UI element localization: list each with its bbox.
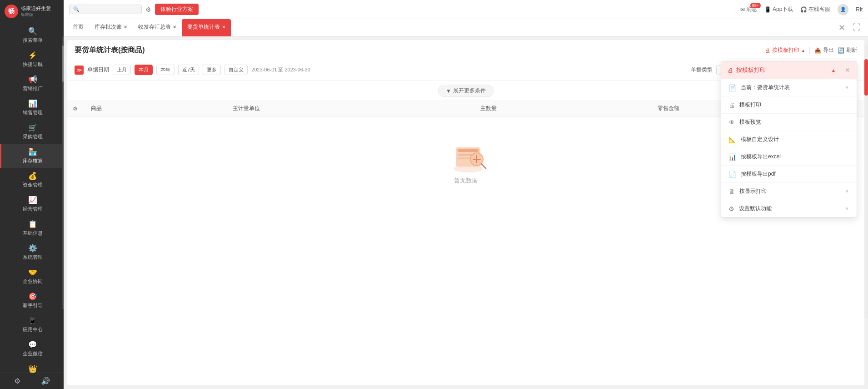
sound-icon[interactable]: 🔊 xyxy=(41,377,50,385)
sidebar-item-finance[interactable]: 💰 资金管理 xyxy=(0,168,64,192)
export-button[interactable]: 📤 导出 xyxy=(814,46,834,54)
sidebar-item-operations[interactable]: 📈 经营管理 xyxy=(0,192,64,216)
empty-text: 暂无数据 xyxy=(454,177,478,185)
tab-order-stats-label: 要货单统计表 xyxy=(187,23,220,31)
message-icon: ✉ xyxy=(740,6,745,13)
dropdown-header-right: ▲ ✕ xyxy=(831,66,850,74)
sidebar-item-label: 库存核算 xyxy=(23,157,43,164)
dropdown-default-func[interactable]: ⚙ 设置默认功能 ▼ xyxy=(721,200,857,217)
print-button[interactable]: 🖨 按模板打印 ▲ xyxy=(765,46,805,54)
tab-order-stats-close[interactable]: ✕ xyxy=(222,25,225,30)
sidebar-item-purchase[interactable]: 🛒 采购管理 xyxy=(0,120,64,144)
display-print-label: 按显示打印 xyxy=(739,187,840,195)
sidebar-item-label: 营销推广 xyxy=(23,85,43,92)
dropdown-close-button[interactable]: ✕ xyxy=(845,66,850,74)
dropdown-current-template[interactable]: 📄 当前：要货单统计表 ▼ xyxy=(721,79,857,96)
date-filter-label: 单据日期 xyxy=(87,66,109,74)
tab-receipt-summary-label: 收发存汇总表 xyxy=(138,23,171,31)
dropdown-template-preview[interactable]: 👁 模板预览 xyxy=(721,114,857,131)
print-label: 按模板打印 xyxy=(772,46,799,54)
current-template-icon: 📄 xyxy=(728,84,736,91)
sidebar-item-collab[interactable]: 🤝 企业协同 xyxy=(0,264,64,288)
topbar-search[interactable]: 🔍 xyxy=(69,5,142,14)
sidebar-item-member[interactable]: 👑 畅会员 xyxy=(0,361,64,373)
close-all-button[interactable]: ✕ xyxy=(835,23,849,33)
tab-receipt-summary-close[interactable]: ✕ xyxy=(173,25,176,30)
current-template-label: 当前：要货单统计表 xyxy=(741,84,840,91)
dropdown-collapse-arrow[interactable]: ▲ xyxy=(831,68,836,73)
sidebar-item-quick-nav[interactable]: ⚡ 快捷导航 xyxy=(0,47,64,71)
sidebar-item-marketing[interactable]: 📢 营销推广 xyxy=(0,71,64,96)
right-scrollbar[interactable] xyxy=(864,45,868,318)
page-header: 要货单统计表(按商品) 🖨 按模板打印 ▲ | 📤 导出 🔄 刷新 xyxy=(67,40,864,59)
sidebar-item-basic[interactable]: 📋 基础信息 xyxy=(0,216,64,240)
expand-more-button[interactable]: ▼ 展开更多条件 xyxy=(438,85,494,97)
tab-receipt-summary[interactable]: 收发存汇总表 ✕ xyxy=(133,19,182,36)
filter-expand-button[interactable]: ≫ xyxy=(75,66,84,75)
date-btn-custom[interactable]: 自定义 xyxy=(224,65,248,75)
dropdown-template-pdf[interactable]: 📄 按模板导出pdf xyxy=(721,166,857,183)
online-service-action[interactable]: 🎧 在线客服 xyxy=(800,5,830,13)
tab-inventory-batch-label: 库存批次账 xyxy=(95,23,122,31)
dropdown-display-print[interactable]: 🖥 按显示打印 ▼ xyxy=(721,183,857,200)
print-arrow-icon: ▲ xyxy=(801,48,805,53)
tab-order-stats[interactable]: 要货单统计表 ✕ xyxy=(182,19,231,36)
search-icon: 🔍 xyxy=(28,27,37,35)
type-filter-label: 单据类型 xyxy=(691,66,713,74)
megaphone-icon: 📢 xyxy=(28,75,37,84)
template-print-label: 模板打印 xyxy=(739,101,849,109)
date-btn-last-month[interactable]: 上月 xyxy=(113,65,131,75)
date-btn-more[interactable]: 更多 xyxy=(203,65,221,75)
online-service-label: 在线客服 xyxy=(808,5,830,13)
username[interactable]: Rit xyxy=(856,6,863,13)
message-action[interactable]: ✉ 消息 99+ xyxy=(740,5,757,13)
sidebar-item-appstore[interactable]: 📱 应用中心 xyxy=(0,313,64,337)
template-preview-icon: 👁 xyxy=(728,119,735,126)
avatar-icon: 👤 xyxy=(840,7,846,12)
user-avatar[interactable]: 👤 xyxy=(838,4,848,15)
dropdown-template-print[interactable]: 🖨 模板打印 xyxy=(721,96,857,114)
sidebar-item-search[interactable]: 🔍 搜索菜单 xyxy=(0,23,64,47)
date-btn-this-year[interactable]: 本年 xyxy=(156,65,175,75)
export-icon: 📤 xyxy=(814,47,821,54)
wechat-icon: 💬 xyxy=(28,340,37,349)
settings-bottom-icon[interactable]: ⚙ xyxy=(14,377,20,385)
col-settings-icon[interactable]: ⚙ xyxy=(73,106,78,112)
sidebar-item-system[interactable]: ⚙️ 系统管理 xyxy=(0,240,64,264)
date-btn-7days[interactable]: 近7天 xyxy=(178,65,199,75)
topbar-actions: ✉ 消息 99+ 📱 App下载 🎧 在线客服 👤 Rit xyxy=(740,4,863,15)
app-icon: 📱 xyxy=(28,316,37,325)
chart-icon: 📊 xyxy=(28,99,37,108)
crown-icon: 👑 xyxy=(28,364,37,373)
sidebar-logo[interactable]: 畅 畅康通好生意 标准版 xyxy=(0,0,64,23)
sidebar-item-label: 企业微信 xyxy=(23,350,43,357)
sidebar-item-inventory[interactable]: 🏪 库存核算 xyxy=(0,144,64,168)
settings-icon[interactable]: ⚙ xyxy=(145,6,151,13)
tab-inventory-batch[interactable]: 库存批次账 ✕ xyxy=(89,19,133,36)
dropdown-header-left: 🖨 按模板打印 xyxy=(728,66,766,74)
dropdown-template-excel[interactable]: 📊 按模板导出excel xyxy=(721,148,857,166)
date-btn-this-month[interactable]: 本月 xyxy=(135,65,153,75)
default-func-label: 设置默认功能 xyxy=(739,205,840,212)
trial-button[interactable]: 体验行业方案 xyxy=(155,4,199,15)
template-custom-icon: 📐 xyxy=(728,136,736,143)
app-download-action[interactable]: 📱 App下载 xyxy=(764,5,793,13)
sidebar-item-newbie[interactable]: 🎯 新手引导 xyxy=(0,288,64,313)
date-range-display: 2023-06-01 至 2023-06-30 xyxy=(251,66,310,73)
tab-inventory-batch-close[interactable]: ✕ xyxy=(124,25,127,30)
chevron-down-icon: ▼ xyxy=(446,88,451,94)
tab-home[interactable]: 首页 xyxy=(67,19,89,36)
col-settings-header[interactable]: ⚙ xyxy=(67,101,85,116)
sidebar-item-wechat[interactable]: 💬 企业微信 xyxy=(0,337,64,361)
printer-header-icon: 🖨 xyxy=(728,67,733,74)
col-unit-header: 主计量单位 xyxy=(227,101,475,116)
sidebar-item-label: 系统管理 xyxy=(23,254,43,261)
refresh-button[interactable]: 🔄 刷新 xyxy=(838,46,857,54)
sidebar-bottom: ⚙ 🔊 xyxy=(0,373,64,389)
sidebar-item-sales[interactable]: 📊 销售管理 xyxy=(0,96,64,120)
page-header-actions: 🖨 按模板打印 ▲ | 📤 导出 🔄 刷新 xyxy=(765,46,857,55)
col-product-header: 商品 xyxy=(85,101,227,116)
maximize-button[interactable]: ⛶ xyxy=(849,23,864,32)
dropdown-template-custom[interactable]: 📐 模板自定义设计 xyxy=(721,131,857,148)
sidebar-scrollbar[interactable] xyxy=(62,36,64,309)
